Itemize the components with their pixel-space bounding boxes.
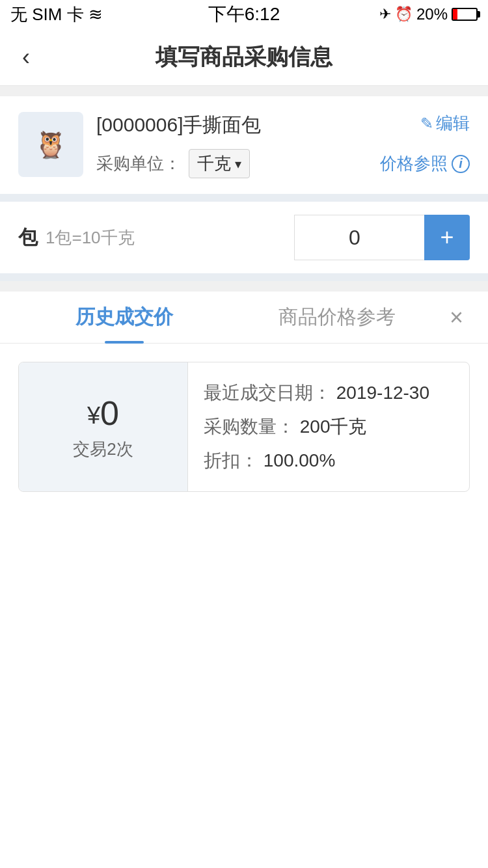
latest-date-label: 最近成交日期： (204, 383, 331, 403)
unit-select[interactable]: 千克 ▾ (189, 149, 250, 178)
tab-close-button[interactable]: × (443, 299, 470, 336)
quantity-plus-button[interactable]: + (424, 215, 470, 260)
package-unit: 包 (18, 224, 38, 251)
unit-label-group: 采购单位： 千克 ▾ (96, 149, 250, 178)
edit-label: 编辑 (436, 112, 470, 135)
unit-value: 千克 (197, 152, 231, 175)
tab-product-price-ref[interactable]: 商品价格参考 (230, 292, 442, 344)
quantity-label: 采购数量： (204, 416, 295, 437)
discount-label: 折扣： (204, 450, 258, 470)
section-divider (0, 194, 488, 202)
product-card: 🦉 [0000006]手撕面包 ✎ 编辑 采购单位： 千克 ▾ 价格参照 i (0, 96, 488, 194)
price-card-details: 最近成交日期： 2019-12-30 采购数量： 200千克 折扣： 100.0… (188, 362, 469, 491)
info-icon: i (452, 155, 470, 173)
dropdown-arrow-icon: ▾ (235, 156, 241, 172)
edit-icon: ✎ (420, 115, 433, 133)
unit-label: 采购单位： (96, 154, 181, 173)
alarm-icon: ⏰ (395, 6, 413, 23)
history-price-content: ¥0 交易2次 最近成交日期： 2019-12-30 采购数量： 200千克 折… (0, 344, 488, 510)
tabs-divider (0, 273, 488, 281)
quantity-input[interactable] (294, 215, 424, 260)
currency-symbol: ¥ (87, 402, 100, 429)
unit-equivalence: 1包=10千克 (46, 226, 135, 249)
quantity-unit-info: 包 1包=10千克 (18, 224, 135, 251)
tabs-header: 历史成交价 商品价格参考 × (0, 292, 488, 344)
quantity-value: 200千克 (300, 416, 367, 437)
latest-date-row: 最近成交日期： 2019-12-30 (204, 381, 454, 405)
nav-bar: ‹ 填写商品采购信息 (0, 29, 488, 86)
location-icon: ✈ (379, 6, 391, 23)
battery-icon (452, 8, 478, 21)
product-name: [0000006]手撕面包 (96, 112, 261, 139)
back-button[interactable]: ‹ (16, 37, 36, 77)
price-amount: ¥0 (87, 394, 119, 433)
tab-history-price[interactable]: 历史成交价 (18, 292, 230, 344)
price-card-summary: ¥0 交易2次 (19, 362, 188, 491)
product-info: [0000006]手撕面包 ✎ 编辑 采购单位： 千克 ▾ 价格参照 i (96, 112, 470, 178)
price-card: ¥0 交易2次 最近成交日期： 2019-12-30 采购数量： 200千克 折… (18, 362, 470, 492)
product-thumbnail-icon: 🦉 (34, 129, 67, 160)
product-unit-row: 采购单位： 千克 ▾ 价格参照 i (96, 149, 470, 178)
edit-button[interactable]: ✎ 编辑 (420, 112, 470, 135)
status-time: 下午6:12 (208, 2, 280, 27)
price-ref-label: 价格参照 (380, 152, 448, 175)
status-right-group: ✈ ⏰ 20% (379, 5, 478, 23)
price-ref-button[interactable]: 价格参照 i (380, 152, 470, 175)
page-title: 填写商品采购信息 (156, 42, 332, 72)
page-background (0, 510, 488, 868)
discount-row: 折扣： 100.00% (204, 448, 454, 473)
discount-value: 100.00% (264, 450, 336, 470)
quantity-row-detail: 采购数量： 200千克 (204, 414, 454, 439)
latest-date-value: 2019-12-30 (336, 383, 429, 403)
product-image: 🦉 (18, 112, 83, 177)
quantity-row: 包 1包=10千克 + (0, 202, 488, 273)
battery-percent: 20% (416, 5, 448, 23)
price-trades: 交易2次 (73, 438, 133, 461)
product-header: [0000006]手撕面包 ✎ 编辑 (96, 112, 470, 139)
status-bar: 无 SIM 卡 ≋ 下午6:12 ✈ ⏰ 20% (0, 0, 488, 29)
price-value: 0 (100, 394, 119, 432)
tabs-panel: 历史成交价 商品价格参考 × ¥0 交易2次 最近成交日期： 2019-12-3… (0, 292, 488, 510)
status-signal: 无 SIM 卡 ≋ (10, 3, 103, 26)
quantity-controls: + (294, 215, 470, 260)
